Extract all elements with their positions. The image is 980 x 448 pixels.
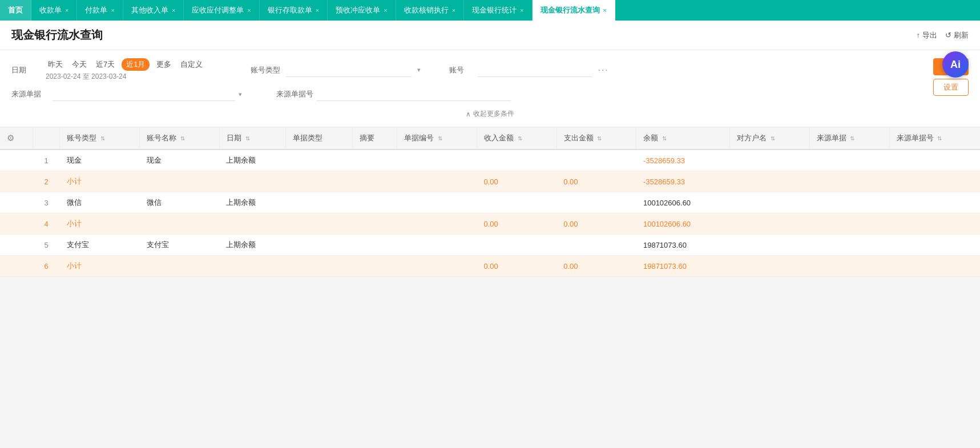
account-type-label: 账号类型 <box>251 65 280 75</box>
col-summary: 摘要 <box>353 127 397 150</box>
close-icon[interactable]: × <box>65 7 68 14</box>
cell-income: 0.00 <box>477 256 556 277</box>
account-input[interactable] <box>478 63 592 77</box>
page-title: 现金银行流水查询 <box>11 27 103 43</box>
date-shortcuts: 昨天 今天 近7天 近1月 更多 自定义 <box>46 58 205 71</box>
close-icon[interactable]: × <box>452 7 455 14</box>
sort-icon: ⇅ <box>771 135 775 142</box>
ai-badge[interactable]: Ai <box>942 51 969 78</box>
date-btn-custom[interactable]: 自定义 <box>178 58 205 71</box>
cell-doc-type <box>285 150 352 171</box>
col-acct-name[interactable]: 账号名称 ⇅ <box>140 127 220 150</box>
cell-num: 2 <box>33 171 60 192</box>
filter-area: 日期 昨天 今天 近7天 近1月 更多 自定义 2023-02-24 至 202… <box>0 50 980 127</box>
cell-doc-type <box>285 192 352 213</box>
cell-income <box>477 235 556 256</box>
col-doc-num[interactable]: 单据编号 ⇅ <box>397 127 477 150</box>
nav-tab-receipt[interactable]: 收款单 × <box>31 0 77 21</box>
sort-icon: ⇅ <box>662 135 667 142</box>
nav-tab-ar-ap-adj[interactable]: 应收应付调整单 × <box>184 0 259 21</box>
account-type-input[interactable] <box>286 63 412 77</box>
cell-source-doc-num <box>889 256 980 277</box>
cell-gear <box>0 192 33 213</box>
nav-tab-payment[interactable]: 付款单 × <box>77 0 123 21</box>
col-date[interactable]: 日期 ⇅ <box>219 127 285 150</box>
col-expense[interactable]: 支出金额 ⇅ <box>556 127 636 150</box>
cell-date <box>219 256 285 277</box>
cell-acct-type: 支付宝 <box>60 235 140 256</box>
header-actions: ↑ 导出 ↺ 刷新 <box>917 30 969 41</box>
cell-counterparty <box>729 150 809 171</box>
cell-source-doc <box>809 235 889 256</box>
gear-icon[interactable]: ⚙ <box>7 133 14 143</box>
cell-gear <box>0 150 33 171</box>
close-icon[interactable]: × <box>603 7 607 14</box>
close-icon[interactable]: × <box>111 7 114 14</box>
cell-summary <box>353 256 397 277</box>
nav-tab-bank-deposit[interactable]: 银行存取款单 × <box>260 0 328 21</box>
cell-summary <box>353 171 397 192</box>
cell-income: 0.00 <box>477 213 556 235</box>
cell-date <box>219 213 285 235</box>
date-btn-7days[interactable]: 近7天 <box>94 58 117 71</box>
date-btn-yesterday[interactable]: 昨天 <box>46 58 65 71</box>
source-doc-input[interactable] <box>53 87 235 101</box>
table-row: 3微信微信上期余额100102606.60 <box>0 192 980 213</box>
collapse-bar[interactable]: ∧ 收起更多条件 <box>11 107 969 121</box>
cell-source-doc-num <box>889 213 980 235</box>
collapse-label: 收起更多条件 <box>473 109 514 119</box>
close-icon[interactable]: × <box>172 7 175 14</box>
table-container: ⚙ 账号类型 ⇅ 账号名称 ⇅ 日期 ⇅ 单据类型 <box>0 127 980 277</box>
cell-source-doc <box>809 256 889 277</box>
nav-home[interactable]: 首页 <box>0 0 31 21</box>
date-label: 日期 <box>11 65 34 75</box>
cell-date: 上期余额 <box>219 235 285 256</box>
refresh-button[interactable]: ↺ 刷新 <box>945 30 969 41</box>
close-icon[interactable]: × <box>247 7 251 14</box>
cell-summary <box>353 150 397 171</box>
col-counterparty[interactable]: 对方户名 ⇅ <box>729 127 809 150</box>
account-type-dropdown-icon[interactable]: ▾ <box>417 66 421 74</box>
cell-expense: 0.00 <box>556 213 636 235</box>
settings-button[interactable]: 设置 <box>933 79 969 96</box>
col-balance[interactable]: 余额 ⇅ <box>636 127 729 150</box>
cell-doc-num <box>397 150 477 171</box>
nav-tab-other-income[interactable]: 其他收入单 × <box>123 0 184 21</box>
account-more-icon[interactable]: ··· <box>598 65 608 75</box>
cell-counterparty <box>729 171 809 192</box>
cell-expense: 0.00 <box>556 171 636 192</box>
close-icon[interactable]: × <box>316 7 319 14</box>
nav-tab-advance-offset[interactable]: 预收冲应收单 × <box>328 0 396 21</box>
col-source-doc[interactable]: 来源单据 ⇅ <box>809 127 889 150</box>
col-acct-type[interactable]: 账号类型 ⇅ <box>60 127 140 150</box>
cell-expense <box>556 192 636 213</box>
cell-expense <box>556 150 636 171</box>
nav-tab-verify-exec[interactable]: 收款核销执行 × <box>396 0 464 21</box>
col-income[interactable]: 收入金额 ⇅ <box>477 127 556 150</box>
close-icon[interactable]: × <box>520 7 523 14</box>
cell-doc-type <box>285 171 352 192</box>
cell-expense <box>556 235 636 256</box>
cell-num: 4 <box>33 213 60 235</box>
date-btn-more[interactable]: 更多 <box>154 58 174 71</box>
cell-balance: 19871073.60 <box>636 256 729 277</box>
source-doc-dropdown-icon[interactable]: ▾ <box>239 91 242 98</box>
sort-icon: ⇅ <box>597 135 602 142</box>
cell-summary <box>353 235 397 256</box>
nav-tab-cash-bank-stats[interactable]: 现金银行统计 × <box>464 0 532 21</box>
cell-acct-type: 小计 <box>60 256 140 277</box>
cell-income: 0.00 <box>477 171 556 192</box>
date-btn-today[interactable]: 今天 <box>70 58 89 71</box>
nav-tab-cash-bank-flow[interactable]: 现金银行流水查询 × <box>533 0 615 21</box>
cell-source-doc-num <box>889 192 980 213</box>
cell-doc-type <box>285 256 352 277</box>
col-source-doc-num[interactable]: 来源单据号 ⇅ <box>889 127 980 150</box>
export-button[interactable]: ↑ 导出 <box>917 30 938 41</box>
close-icon[interactable]: × <box>384 7 387 14</box>
date-btn-1month[interactable]: 近1月 <box>122 58 150 71</box>
sort-icon: ⇅ <box>937 135 942 142</box>
cell-acct-name <box>140 171 220 192</box>
source-doc-num-input[interactable] <box>317 87 511 101</box>
cell-acct-type: 小计 <box>60 171 140 192</box>
cell-expense: 0.00 <box>556 256 636 277</box>
